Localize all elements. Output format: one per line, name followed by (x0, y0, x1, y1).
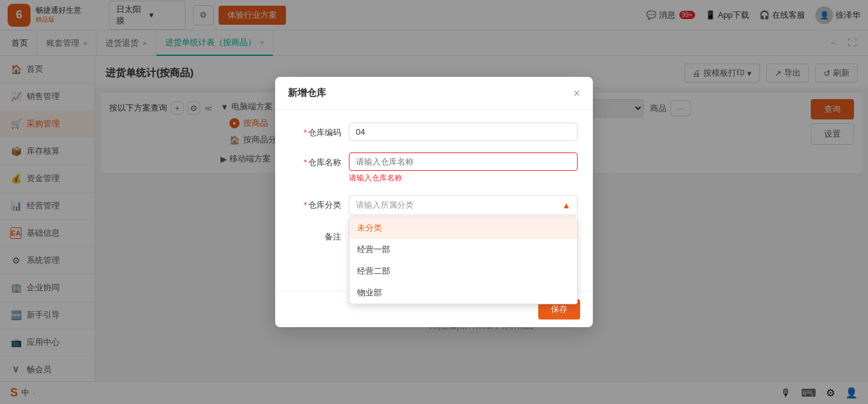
warehouse-name-input[interactable] (349, 152, 578, 171)
modal-close-button[interactable]: × (573, 88, 580, 99)
warehouse-code-input[interactable] (349, 123, 578, 141)
category-dropdown-menu: 未分类 经营一部 经营二部 物业部 (349, 217, 578, 304)
name-label: 仓库名称 (290, 152, 341, 168)
dropdown-option-unclassified[interactable]: 未分类 (349, 217, 577, 239)
category-label: 仓库分类 (290, 195, 341, 211)
category-placeholder: 请输入所属分类 (356, 200, 414, 210)
code-label: 仓库编码 (290, 123, 341, 138)
remark-label: 备注 (290, 227, 341, 243)
dropdown-up-arrow-icon: ▲ (562, 200, 571, 210)
dropdown-option-dept2[interactable]: 经营二部 (349, 260, 577, 282)
name-form-row: 仓库名称 请输入仓库名称 (290, 152, 578, 184)
dropdown-option-dept3[interactable]: 物业部 (349, 282, 577, 304)
name-field-control: 请输入仓库名称 (349, 152, 578, 184)
modal-header: 新增仓库 × (275, 77, 593, 110)
code-field-control (349, 123, 578, 141)
category-dropdown-trigger[interactable]: 请输入所属分类 ▲ (349, 195, 578, 215)
new-warehouse-modal: 新增仓库 × 仓库编码 仓库名称 请输入仓库名称 仓库分类 (275, 77, 593, 327)
category-form-row: 仓库分类 请输入所属分类 ▲ 未分类 经营一部 经营二部 物业部 (290, 195, 578, 215)
dropdown-option-dept1[interactable]: 经营一部 (349, 239, 577, 260)
name-error-msg: 请输入仓库名称 (349, 173, 578, 184)
category-field-control: 请输入所属分类 ▲ 未分类 经营一部 经营二部 物业部 (349, 195, 578, 215)
modal-overlay: 新增仓库 × 仓库编码 仓库名称 请输入仓库名称 仓库分类 (0, 0, 868, 404)
code-form-row: 仓库编码 (290, 123, 578, 141)
modal-title: 新增仓库 (288, 87, 326, 99)
modal-body: 仓库编码 仓库名称 请输入仓库名称 仓库分类 请输入所属分类 (275, 110, 593, 291)
